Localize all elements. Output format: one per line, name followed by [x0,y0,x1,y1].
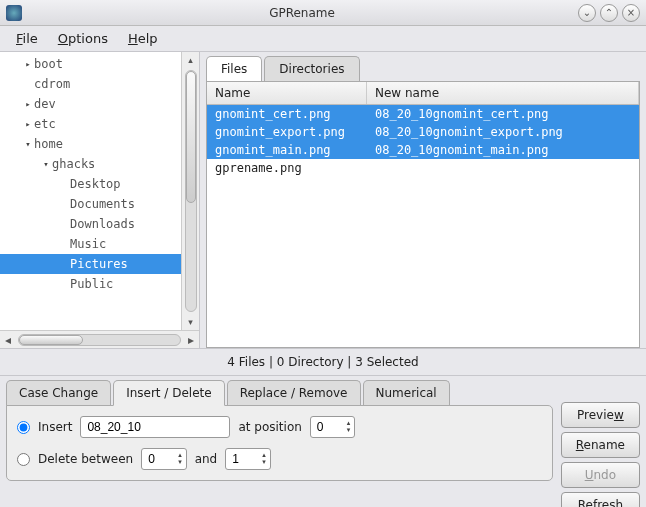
and-label: and [195,452,218,466]
delete-from-spinner[interactable]: ▴▾ [141,448,187,470]
tree-item[interactable]: ▾home [0,134,181,154]
tree-item[interactable]: ▸boot [0,54,181,74]
titlebar: GPRename ⌄ ⌃ × [0,0,646,26]
tree-item-label: Pictures [70,257,128,271]
tree-item-label: Documents [70,197,135,211]
delete-radio[interactable] [17,453,30,466]
tree-item-label: ghacks [52,157,95,171]
status-bar: 4 Files | 0 Directory | 3 Selected [0,348,646,376]
tree-item[interactable]: Pictures [0,254,181,274]
scroll-left-icon[interactable]: ◂ [0,333,16,347]
rename-button[interactable]: Rename [561,432,640,458]
maximize-button[interactable]: ⌃ [600,4,618,22]
cell-name: gnomint_cert.png [207,107,367,121]
tree-item-label: Desktop [70,177,121,191]
cell-name: gprename.png [207,161,367,175]
scroll-up-icon[interactable]: ▴ [188,52,193,68]
tree-vscroll[interactable]: ▴ ▾ [181,52,199,330]
menu-help[interactable]: Help [118,27,168,50]
tree-item[interactable]: Music [0,234,181,254]
table-row[interactable]: gnomint_main.png08_20_10gnomint_main.png [207,141,639,159]
action-buttons: Preview Rename Undo Refresh [561,380,640,507]
scroll-down-icon[interactable]: ▾ [188,314,193,330]
table-row[interactable]: gprename.png [207,159,639,177]
file-table: Name New name gnomint_cert.png08_20_10gn… [206,81,640,348]
insert-label: Insert [38,420,72,434]
tree-item-label: dev [34,97,56,111]
tab-directories[interactable]: Directories [264,56,359,81]
window-title: GPRename [30,6,574,20]
tree-item[interactable]: Documents [0,194,181,214]
position-spinner[interactable]: ▴▾ [310,416,356,438]
column-name[interactable]: Name [207,82,367,104]
undo-button: Undo [561,462,640,488]
at-position-label: at position [238,420,301,434]
file-tabs: Files Directories [206,56,640,81]
close-button[interactable]: × [622,4,640,22]
tab-files[interactable]: Files [206,56,262,81]
column-new-name[interactable]: New name [367,82,639,104]
tab-replace-remove[interactable]: Replace / Remove [227,380,361,406]
expand-icon[interactable]: ▸ [22,99,34,109]
tree-item-label: boot [34,57,63,71]
tree-item-label: etc [34,117,56,131]
tree-item[interactable]: Public [0,274,181,294]
file-panel: Files Directories Name New name gnomint_… [200,52,646,348]
table-row[interactable]: gnomint_cert.png08_20_10gnomint_cert.png [207,105,639,123]
scroll-right-icon[interactable]: ▸ [183,333,199,347]
tree-item-label: Downloads [70,217,135,231]
tree-item[interactable]: ▸dev [0,94,181,114]
cell-new-name: 08_20_10gnomint_cert.png [367,107,639,121]
minimize-button[interactable]: ⌄ [578,4,596,22]
tree-item-label: cdrom [34,77,70,91]
tree-item-label: Music [70,237,106,251]
spin-down-icon[interactable]: ▾ [178,459,182,466]
expand-icon[interactable]: ▸ [22,119,34,129]
tree-item-label: Public [70,277,113,291]
tree-item[interactable]: cdrom [0,74,181,94]
spin-down-icon[interactable]: ▾ [262,459,266,466]
menu-options[interactable]: Options [48,27,118,50]
cell-new-name: 08_20_10gnomint_export.png [367,125,639,139]
operation-tabs: Case Change Insert / Delete Replace / Re… [6,380,553,406]
cell-name: gnomint_main.png [207,143,367,157]
insert-text-input[interactable] [80,416,230,438]
folder-tree-panel: ▸bootcdrom▸dev▸etc▾home▾ghacksDesktopDoc… [0,52,200,348]
tree-item[interactable]: Downloads [0,214,181,234]
tree-item[interactable]: ▸etc [0,114,181,134]
delete-between-label: Delete between [38,452,133,466]
folder-tree[interactable]: ▸bootcdrom▸dev▸etc▾home▾ghacksDesktopDoc… [0,52,181,330]
app-icon [6,5,22,21]
insert-delete-panel: Insert at position ▴▾ Delete between ▴▾ … [6,405,553,481]
expand-icon[interactable]: ▸ [22,59,34,69]
menu-file[interactable]: File [6,27,48,50]
spin-down-icon[interactable]: ▾ [347,427,351,434]
tab-case-change[interactable]: Case Change [6,380,111,406]
menubar: File Options Help [0,26,646,52]
tab-numerical[interactable]: Numerical [363,380,450,406]
refresh-button[interactable]: Refresh [561,492,640,507]
insert-radio[interactable] [17,421,30,434]
tree-item[interactable]: ▾ghacks [0,154,181,174]
expand-icon[interactable]: ▾ [22,139,34,149]
tab-insert-delete[interactable]: Insert / Delete [113,380,225,406]
tree-item[interactable]: Desktop [0,174,181,194]
tree-hscroll[interactable]: ◂ ▸ [0,330,199,348]
expand-icon[interactable]: ▾ [40,159,52,169]
tree-item-label: home [34,137,63,151]
preview-button[interactable]: Preview [561,402,640,428]
cell-new-name: 08_20_10gnomint_main.png [367,143,639,157]
cell-name: gnomint_export.png [207,125,367,139]
delete-to-spinner[interactable]: ▴▾ [225,448,271,470]
table-row[interactable]: gnomint_export.png08_20_10gnomint_export… [207,123,639,141]
